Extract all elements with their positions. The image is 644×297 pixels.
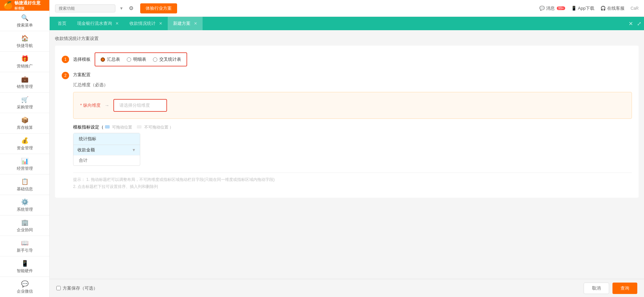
tip-row-1: 提示： 1. 拖动标题栏可以调整布局，不可跨维度或指标区域拖动栏目字段(只能在同… [73, 177, 632, 183]
step2-label: 方案配置 [73, 72, 91, 78]
radio-group-detail[interactable]: 明细表 [127, 56, 146, 62]
sidebar-item-inventory[interactable]: 📦 库存核算 [0, 113, 49, 134]
hardware-icon: 📱 [21, 260, 29, 267]
sidebar-item-sales[interactable]: 💼 销售管理 [0, 72, 49, 93]
service-icon: 🎧 [600, 6, 606, 11]
tab-collection-stats[interactable]: 收款情况统计 ✕ [124, 17, 168, 30]
dimension-area: * 纵向维度 → 请选择分组维度 [73, 92, 632, 119]
sidebar-item-label: 系统管理 [17, 207, 33, 212]
sidebar-item-finance[interactable]: 💰 资金管理 [0, 134, 49, 154]
notification-btn[interactable]: 💬 消息 99+ [539, 5, 565, 11]
tab-new-plan[interactable]: 新建方案 ✕ [168, 17, 203, 30]
sidebar-item-quick-nav[interactable]: 🏠 快捷导航 [0, 31, 49, 52]
footer-bar: 方案保存（可选） 取消 查询 [50, 279, 644, 297]
hint-fixed-label: 不可拖动位置 [144, 125, 168, 130]
sidebar-item-purchase[interactable]: 🛒 采购管理 [0, 93, 49, 113]
sidebar-item-system[interactable]: ⚙️ 系统管理 [0, 195, 49, 215]
query-button[interactable]: 查询 [612, 283, 637, 294]
metrics-row-label: 收款金额 [77, 147, 95, 153]
topbar-right: 💬 消息 99+ 📱 App下载 🎧 在线客服 CaR [539, 5, 639, 11]
step2-num: 2 [62, 72, 69, 79]
radio-label-detail[interactable]: 明细表 [133, 56, 146, 62]
sidebar-item-label: 经营管理 [17, 166, 33, 171]
maximize-icon[interactable]: ⤢ [637, 20, 641, 27]
logo-edition: 标准版 [14, 6, 41, 11]
sidebar-item-operation[interactable]: 📊 经营管理 [0, 154, 49, 175]
radio-label-summary[interactable]: 汇总表 [107, 56, 120, 62]
search-menu-icon: 🔍 [21, 14, 29, 21]
metrics-row[interactable]: 收款金额 ▼ [73, 145, 140, 155]
radio-label-cross[interactable]: 交叉统计表 [159, 56, 181, 62]
search-input[interactable] [55, 4, 115, 12]
dimension-select[interactable]: 请选择分组维度 [113, 99, 167, 112]
sidebar-item-basic-info[interactable]: 📋 基础信息 [0, 175, 49, 195]
metrics-table: 统计指标 收款金额 ▼ 合计 [73, 133, 140, 166]
close-window-icon[interactable]: ✕ [629, 20, 633, 27]
app-download-btn[interactable]: 📱 App下载 [571, 5, 594, 11]
metrics-table-header: 统计指标 [73, 133, 140, 145]
tab-actions: ✕ ⤢ [629, 20, 641, 27]
page-title: 收款情况统计方案设置 [55, 36, 639, 42]
tabs-bar: 首页 现金银行流水查询 ✕ 收款情况统计 ✕ 新建方案 ✕ ✕ ⤢ [50, 17, 644, 30]
sidebar-item-label: 新手引导 [17, 248, 33, 253]
marketing-icon: 🎁 [21, 55, 29, 62]
online-service-btn[interactable]: 🎧 在线客服 [600, 5, 625, 11]
sidebar-logo: 🍊 畅捷通好生意 标准版 [0, 0, 49, 11]
cancel-button[interactable]: 取消 [584, 283, 609, 294]
save-plan-input[interactable] [56, 286, 61, 290]
sidebar-item-label: 企业微信 [17, 289, 33, 294]
tab-bank-flow[interactable]: 现金银行流水查询 ✕ [72, 17, 124, 30]
basic-info-icon: 📋 [21, 178, 29, 185]
sidebar-item-label: 库存核算 [17, 125, 33, 131]
metrics-title: 模板指标设定（ 可拖动位置 不可拖动位置 ） [73, 124, 173, 130]
gear-icon[interactable]: ⚙ [129, 5, 133, 11]
metrics-hint-row: 模板指标设定（ 可拖动位置 不可拖动位置 ） [73, 124, 632, 130]
save-plan-label: 方案保存（可选） [63, 285, 98, 291]
sidebar-item-marketing[interactable]: 🎁 营销推广 [0, 52, 49, 72]
tips-section: 提示： 1. 拖动标题栏可以调整布局，不可跨维度或指标区域拖动栏目字段(只能在同… [73, 172, 632, 190]
sidebar-item-wechat[interactable]: 💬 企业微信 [0, 277, 49, 297]
step2-row: 2 方案配置 [62, 72, 632, 79]
radio-cross[interactable] [153, 57, 157, 62]
sidebar-item-label: 搜索菜单 [17, 22, 33, 28]
step1-row: 1 选择模板 汇总表 明细表 交叉统计表 [62, 52, 632, 66]
search-dropdown-icon[interactable]: ▼ [119, 6, 123, 11]
tab-close-new-plan[interactable]: ✕ [194, 21, 197, 26]
metrics-dropdown-icon[interactable]: ▼ [132, 148, 136, 152]
sidebar-item-guide[interactable]: 📖 新手引导 [0, 236, 49, 256]
metrics-sub-row: 合计 [73, 155, 140, 165]
metrics-section: 模板指标设定（ 可拖动位置 不可拖动位置 ） 统计指标 收款金额 ▼ [73, 124, 632, 166]
radio-summary[interactable] [101, 57, 105, 62]
home-icon: 🏠 [21, 35, 29, 42]
dimension-arrow: → [105, 103, 109, 108]
sidebar-item-search-menu[interactable]: 🔍 搜索菜单 [0, 11, 49, 31]
sidebar-item-label: 快捷导航 [17, 43, 33, 49]
radio-group-cross[interactable]: 交叉统计表 [153, 56, 181, 62]
sidebar-item-enterprise[interactable]: 🏢 企业协同 [0, 215, 49, 236]
dimension-select-placeholder: 请选择分组维度 [119, 103, 150, 108]
step1-label: 选择模板 [73, 56, 91, 62]
save-plan-checkbox[interactable]: 方案保存（可选） [56, 285, 98, 291]
radio-group-summary[interactable]: 汇总表 [101, 56, 120, 62]
main-card: 1 选择模板 汇总表 明细表 交叉统计表 [55, 46, 639, 198]
enterprise-icon: 🏢 [21, 219, 29, 226]
sidebar-item-label: 销售管理 [17, 84, 33, 90]
tab-close-bank-flow[interactable]: ✕ [115, 21, 119, 26]
trial-btn[interactable]: 体验行业方案 [140, 3, 177, 13]
template-selection: 汇总表 明细表 交叉统计表 [95, 52, 187, 66]
sidebar-item-label: 资金管理 [17, 145, 33, 151]
dimension-title: 汇总维度（必选） [73, 82, 632, 88]
sidebar-item-label: 企业协同 [17, 227, 33, 233]
purchase-icon: 🛒 [21, 96, 29, 103]
tab-home[interactable]: 首页 [52, 17, 72, 30]
topbar: ▼ ⚙ 体验行业方案 💬 消息 99+ 📱 App下载 🎧 在线客服 CaR [50, 0, 644, 17]
main-area: ▼ ⚙ 体验行业方案 💬 消息 99+ 📱 App下载 🎧 在线客服 CaR 首… [50, 0, 644, 297]
sidebar-item-label: 营销推广 [17, 63, 33, 69]
system-icon: ⚙️ [21, 198, 29, 206]
sidebar-item-label: 基础信息 [17, 186, 33, 192]
tab-close-collection-stats[interactable]: ✕ [159, 21, 162, 26]
sidebar-item-hardware[interactable]: 📱 智能硬件 [0, 256, 49, 277]
notification-icon: 💬 [539, 6, 545, 11]
guide-icon: 📖 [21, 239, 29, 247]
radio-detail[interactable] [127, 57, 131, 62]
